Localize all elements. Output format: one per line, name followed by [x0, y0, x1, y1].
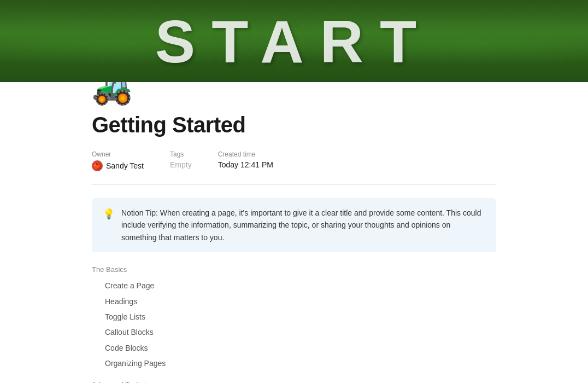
owner-value: 🍎 Sandy Test [92, 160, 144, 171]
callout-text: Notion Tip: When creating a page, it's i… [121, 207, 485, 243]
toc-item-headings[interactable]: Headings [92, 294, 496, 309]
hero-start-text: START [155, 7, 433, 76]
tags-value: Empty [170, 160, 192, 169]
tags-label: Tags [170, 150, 192, 158]
metadata-section: Owner 🍎 Sandy Test Tags Empty Created ti… [92, 150, 496, 185]
page-title: Getting Started [92, 113, 496, 137]
created-value: Today 12:41 PM [218, 160, 273, 169]
toc-item-organizing-pages[interactable]: Organizing Pages [92, 356, 496, 371]
callout-icon: 💡 [103, 208, 115, 220]
metadata-owner: Owner 🍎 Sandy Test [92, 150, 144, 171]
hero-grass-bg: START [0, 0, 588, 82]
toc-group1-header: The Basics [92, 265, 496, 274]
metadata-created: Created time Today 12:41 PM [218, 150, 273, 171]
metadata-tags: Tags Empty [170, 150, 192, 171]
toc-item-toggle-lists[interactable]: Toggle Lists [92, 309, 496, 324]
toc-item-callout-blocks[interactable]: Callout Blocks [92, 324, 496, 340]
toc-section: The Basics Create a Page Headings Toggle… [92, 265, 496, 383]
toc-item-create-page[interactable]: Create a Page [92, 278, 496, 293]
avatar: 🍎 [92, 160, 103, 171]
owner-name: Sandy Test [106, 161, 144, 170]
page-content: 🚜 Getting Started Owner 🍎 Sandy Test Tag… [48, 71, 540, 383]
owner-label: Owner [92, 150, 144, 158]
callout-block: 💡 Notion Tip: When creating a page, it's… [92, 198, 496, 252]
toc-group2-header: Advanced Techniques [92, 380, 496, 383]
toc-item-code-blocks[interactable]: Code Blocks [92, 340, 496, 356]
created-label: Created time [218, 150, 273, 158]
hero-banner: START [0, 0, 588, 82]
